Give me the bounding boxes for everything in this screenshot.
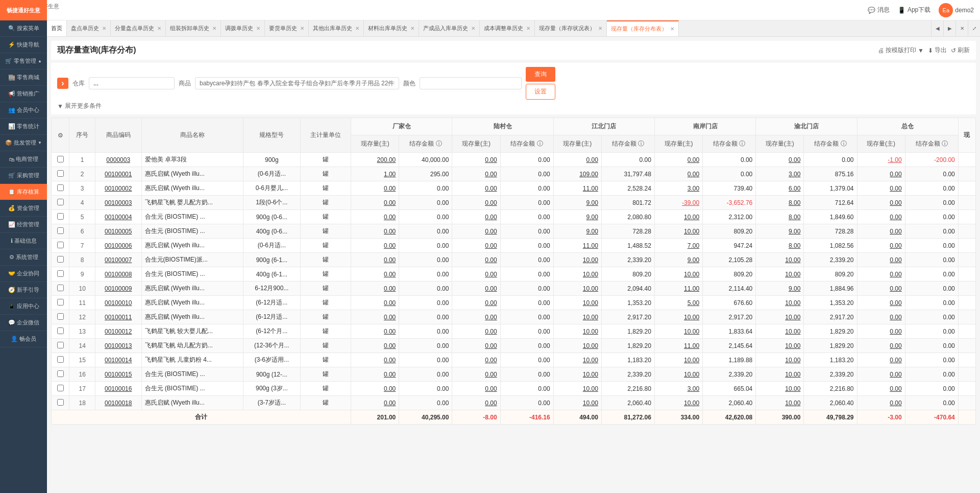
sidebar-item-search[interactable]: 🔍 搜索英单 bbox=[0, 20, 47, 37]
row-jiangbei-qty[interactable]: 0.00 bbox=[553, 153, 601, 167]
close-icon[interactable]: ✕ bbox=[300, 26, 304, 31]
row-changjiacao-qty[interactable]: 200.00 bbox=[351, 153, 399, 167]
row-checkbox[interactable] bbox=[52, 267, 69, 281]
sidebar-item-appcenter[interactable]: 📱 应用中心 bbox=[0, 298, 47, 315]
row-total-qty[interactable]: 0.00 bbox=[857, 224, 905, 239]
row-changjiacao-qty[interactable]: 0.00 bbox=[351, 239, 399, 253]
row-jiangbei-qty[interactable]: 10.00 bbox=[553, 367, 601, 382]
row-yubei-qty[interactable]: 8.00 bbox=[756, 196, 804, 210]
row-lucuncang-qty[interactable]: 0.00 bbox=[452, 267, 500, 281]
row-nanan-qty[interactable]: 0.00 bbox=[654, 167, 702, 181]
message-btn[interactable]: 💬 消息 bbox=[868, 6, 890, 14]
row-yubei-qty[interactable]: 10.00 bbox=[756, 253, 804, 267]
row-nanan-qty[interactable]: 10.00 bbox=[654, 367, 702, 382]
row-lucuncang-qty[interactable]: 0.00 bbox=[452, 210, 500, 224]
row-jiangbei-qty[interactable]: 11.00 bbox=[553, 181, 601, 196]
row-code[interactable]: 0000003 bbox=[95, 153, 141, 167]
row-changjiacao-qty[interactable]: 0.00 bbox=[351, 253, 399, 267]
row-code[interactable]: 00100010 bbox=[95, 296, 141, 310]
sidebar-item-system[interactable]: ⚙ 系统管理 bbox=[0, 249, 47, 266]
row-code[interactable]: 00100004 bbox=[95, 210, 141, 224]
row-code[interactable]: 00100018 bbox=[95, 396, 141, 410]
filter-expand-btn[interactable]: › bbox=[57, 78, 68, 89]
row-checkbox[interactable] bbox=[52, 239, 69, 253]
row-code[interactable]: 00100001 bbox=[95, 167, 141, 181]
sidebar-item-inventory[interactable]: 📋 库存核算 bbox=[0, 184, 47, 200]
tab-next-btn[interactable]: ▶ bbox=[943, 20, 955, 37]
row-checkbox[interactable] bbox=[52, 382, 69, 396]
row-changjiacao-qty[interactable]: 0.00 bbox=[351, 396, 399, 410]
row-code[interactable]: 00100003 bbox=[95, 196, 141, 210]
row-nanan-qty[interactable]: 10.00 bbox=[654, 353, 702, 367]
row-jiangbei-qty[interactable]: 10.00 bbox=[553, 353, 601, 367]
row-nanan-qty[interactable]: 5.00 bbox=[654, 296, 702, 310]
row-jiangbei-qty[interactable]: 10.00 bbox=[553, 310, 601, 324]
row-changjiacao-qty[interactable]: 0.00 bbox=[351, 196, 399, 210]
row-yubei-qty[interactable]: 10.00 bbox=[756, 339, 804, 353]
row-jiangbei-qty[interactable]: 10.00 bbox=[553, 253, 601, 267]
row-checkbox[interactable] bbox=[52, 281, 69, 296]
sidebar-item-wechat[interactable]: 💬 企业微信 bbox=[0, 315, 47, 331]
row-changjiacao-qty[interactable]: 0.00 bbox=[351, 267, 399, 281]
row-checkbox[interactable] bbox=[52, 367, 69, 382]
close-icon[interactable]: ✕ bbox=[410, 26, 414, 31]
sidebar-item-guide[interactable]: 🧭 新手引导 bbox=[0, 282, 47, 298]
row-lucuncang-qty[interactable]: 0.00 bbox=[452, 224, 500, 239]
row-changjiacao-qty[interactable]: 0.00 bbox=[351, 310, 399, 324]
tab-assembly[interactable]: 组装拆卸单历史 ✕ bbox=[166, 20, 221, 36]
row-nanan-qty[interactable]: 11.00 bbox=[654, 339, 702, 353]
row-checkbox[interactable] bbox=[52, 167, 69, 181]
settings-icon[interactable]: ⚙ bbox=[58, 132, 63, 139]
row-yubei-qty[interactable]: 8.00 bbox=[756, 239, 804, 253]
row-lucuncang-qty[interactable]: 0.00 bbox=[452, 353, 500, 367]
sidebar-item-quicknav[interactable]: ⚡ 快捷导航 bbox=[0, 37, 47, 53]
print-btn[interactable]: 🖨 按模版打印 ▼ bbox=[878, 46, 924, 55]
row-total-qty[interactable]: 0.00 bbox=[857, 339, 905, 353]
sidebar-item-ecommerce[interactable]: 🛍 电商管理 bbox=[0, 151, 47, 168]
row-checkbox[interactable] bbox=[52, 339, 69, 353]
row-lucuncang-qty[interactable]: 0.00 bbox=[452, 324, 500, 339]
row-lucuncang-qty[interactable]: 0.00 bbox=[452, 296, 500, 310]
row-checkbox[interactable] bbox=[52, 224, 69, 239]
sidebar-item-member[interactable]: 👥 会员中心 bbox=[0, 102, 47, 119]
tab-home[interactable]: 首页 bbox=[47, 20, 67, 36]
close-icon[interactable]: ✕ bbox=[526, 26, 530, 31]
tab-split-check[interactable]: 分量盘点单历史 ✕ bbox=[111, 20, 166, 36]
row-checkbox[interactable] bbox=[52, 196, 69, 210]
sidebar-item-retail-mgmt[interactable]: 🛒 零售管理 ▲ bbox=[0, 53, 47, 69]
filter-more-btn[interactable]: ▼ 展开更多条件 bbox=[57, 102, 970, 110]
row-yubei-qty[interactable]: 6.00 bbox=[756, 181, 804, 196]
row-total-qty[interactable]: 0.00 bbox=[857, 196, 905, 210]
col-settings[interactable]: ⚙ bbox=[52, 118, 69, 153]
row-total-qty[interactable]: 0.00 bbox=[857, 267, 905, 281]
row-total-qty[interactable]: 0.00 bbox=[857, 167, 905, 181]
row-code[interactable]: 00100012 bbox=[95, 324, 141, 339]
close-icon[interactable]: ✕ bbox=[471, 26, 475, 31]
sidebar-item-retail-mall[interactable]: 🏬 零售商城 bbox=[0, 69, 47, 86]
close-icon[interactable]: ✕ bbox=[256, 26, 260, 31]
sidebar-item-retail-stats[interactable]: 📊 零售统计 bbox=[0, 119, 47, 135]
row-changjiacao-qty[interactable]: 0.00 bbox=[351, 367, 399, 382]
app-download-btn[interactable]: 📱 App下载 bbox=[898, 6, 930, 14]
row-code[interactable]: 00100015 bbox=[95, 367, 141, 382]
row-nanan-qty[interactable]: 0.00 bbox=[654, 153, 702, 167]
row-changjiacao-qty[interactable]: 0.00 bbox=[351, 210, 399, 224]
row-nanan-qty[interactable]: 3.00 bbox=[654, 181, 702, 196]
row-nanan-qty[interactable]: 3.00 bbox=[654, 382, 702, 396]
close-icon[interactable]: ✕ bbox=[157, 26, 161, 31]
tab-product-in[interactable]: 产成品入库单历史 ✕ bbox=[419, 20, 480, 36]
close-icon[interactable]: ✕ bbox=[355, 26, 359, 31]
close-icon[interactable]: ✕ bbox=[102, 26, 106, 31]
row-nanan-qty[interactable]: 10.00 bbox=[654, 210, 702, 224]
sidebar-item-wholesale[interactable]: 📦 批发管理 ▼ bbox=[0, 135, 47, 151]
row-total-qty[interactable]: -1.00 bbox=[857, 153, 905, 167]
row-jiangbei-qty[interactable]: 10.00 bbox=[553, 382, 601, 396]
row-code[interactable]: 00100016 bbox=[95, 382, 141, 396]
row-lucuncang-qty[interactable]: 0.00 bbox=[452, 181, 500, 196]
tab-cost-adjust[interactable]: 成本调整单历史 ✕ bbox=[480, 20, 535, 36]
user-profile[interactable]: Ea demo2 bbox=[939, 3, 974, 17]
row-checkbox[interactable] bbox=[52, 324, 69, 339]
row-jiangbei-qty[interactable]: 10.00 bbox=[553, 281, 601, 296]
row-lucuncang-qty[interactable]: 0.00 bbox=[452, 239, 500, 253]
tab-close-all-btn[interactable]: ✕ bbox=[955, 20, 968, 37]
